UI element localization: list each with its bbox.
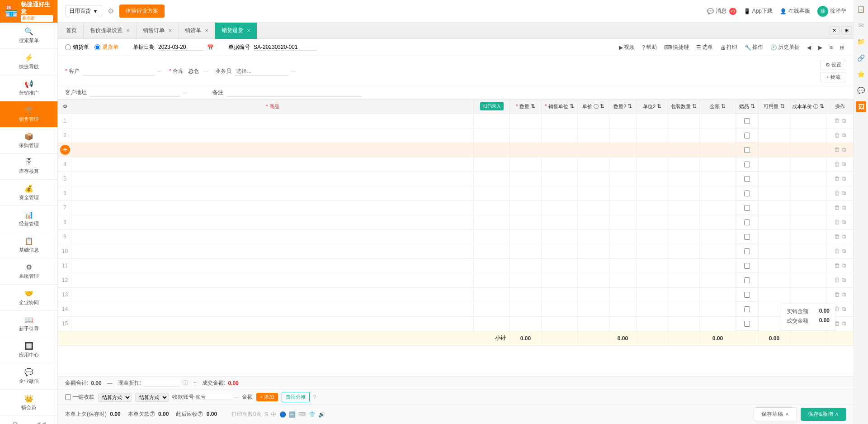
unit-cell[interactable] bbox=[542, 287, 578, 302]
price-cell[interactable] bbox=[578, 244, 609, 258]
experience-btn[interactable]: 体验行业方案 bbox=[119, 5, 165, 18]
video-btn[interactable]: ▶ 视频 bbox=[617, 43, 637, 52]
delete-icon[interactable]: 🗑 bbox=[834, 117, 840, 124]
gift-checkbox[interactable] bbox=[744, 277, 750, 283]
gift-cell[interactable] bbox=[736, 128, 758, 143]
pack-qty-cell[interactable] bbox=[668, 244, 700, 258]
th-setting[interactable]: ⚙ bbox=[58, 100, 72, 114]
print-btn[interactable]: 🖨 打印 bbox=[718, 43, 739, 52]
unit2-cell[interactable] bbox=[637, 273, 668, 287]
app-download-btn[interactable]: 📱 App下载 bbox=[744, 7, 773, 15]
cost-price-cell[interactable] bbox=[790, 273, 826, 287]
gift-cell[interactable] bbox=[736, 114, 758, 128]
industry-selector[interactable]: 日用百货 ▼ bbox=[65, 5, 102, 17]
gift-cell[interactable] bbox=[736, 215, 758, 229]
amount-cell[interactable] bbox=[700, 200, 736, 215]
tab-sales-slip[interactable]: 销货单 ✕ bbox=[179, 23, 215, 39]
qty-cell[interactable] bbox=[510, 143, 542, 157]
qty-cell[interactable] bbox=[510, 229, 542, 244]
copy-icon[interactable]: ⧉ bbox=[842, 117, 846, 124]
unit2-cell[interactable] bbox=[637, 302, 668, 316]
cost-price-cell[interactable] bbox=[790, 200, 826, 215]
unit2-cell[interactable] bbox=[637, 258, 668, 273]
amount-cell[interactable] bbox=[700, 186, 736, 200]
cost-price-cell[interactable] bbox=[790, 287, 826, 302]
panel-mail-icon[interactable]: ✉ bbox=[857, 20, 866, 31]
price-cell[interactable] bbox=[578, 302, 609, 316]
pack-qty-cell[interactable] bbox=[668, 215, 700, 229]
gift-checkbox[interactable] bbox=[744, 118, 750, 124]
settings-icon[interactable]: ⚙ bbox=[108, 7, 114, 15]
unit-cell[interactable] bbox=[542, 200, 578, 215]
unit2-cell[interactable] bbox=[637, 316, 668, 331]
available-cell[interactable] bbox=[759, 172, 790, 186]
gift-cell[interactable] bbox=[736, 200, 758, 215]
amount-cell[interactable] bbox=[700, 273, 736, 287]
unit2-cell[interactable] bbox=[637, 287, 668, 302]
user-menu[interactable]: 徐 徐泽华 bbox=[817, 6, 846, 17]
gift-checkbox[interactable] bbox=[744, 263, 750, 269]
cost-price-cell[interactable] bbox=[790, 244, 826, 258]
unit-cell[interactable] bbox=[542, 273, 578, 287]
goods-cell[interactable] bbox=[72, 273, 474, 287]
unit-cell[interactable] bbox=[542, 229, 578, 244]
available-cell[interactable] bbox=[759, 287, 790, 302]
gift-checkbox[interactable] bbox=[744, 205, 750, 211]
goods-cell[interactable] bbox=[72, 244, 474, 258]
logistics-btn[interactable]: + 物流 bbox=[821, 72, 846, 82]
panel-folder-icon[interactable]: 📁 bbox=[855, 36, 867, 47]
gift-cell[interactable] bbox=[736, 143, 758, 157]
goods-cell[interactable] bbox=[72, 157, 474, 172]
qty-cell[interactable] bbox=[510, 200, 542, 215]
price-cell[interactable] bbox=[578, 186, 609, 200]
qty2-cell[interactable] bbox=[609, 258, 637, 273]
qty2-cell[interactable] bbox=[609, 215, 637, 229]
warehouse-dots[interactable]: ··· bbox=[203, 68, 208, 74]
pack-qty-cell[interactable] bbox=[668, 287, 700, 302]
one-click-pay-check[interactable]: 一键收款 bbox=[65, 393, 94, 401]
gift-checkbox[interactable] bbox=[744, 147, 750, 153]
goods-cell[interactable] bbox=[72, 316, 474, 331]
calc-method-select[interactable]: 结算方式 bbox=[135, 393, 169, 402]
account-dots[interactable]: ··· bbox=[234, 394, 238, 400]
sidebar-item-purchase[interactable]: 📦 采购管理 bbox=[0, 128, 57, 154]
goods-cell[interactable] bbox=[72, 258, 474, 273]
pack-qty-cell[interactable] bbox=[668, 258, 700, 273]
price-cell[interactable] bbox=[578, 316, 609, 331]
amount-cell[interactable] bbox=[700, 128, 736, 143]
amount-cell[interactable] bbox=[700, 316, 736, 331]
online-service-btn[interactable]: 👤 在线客服 bbox=[780, 7, 810, 15]
gift-cell[interactable] bbox=[736, 157, 758, 172]
copy-icon[interactable]: ⧉ bbox=[842, 233, 846, 240]
gift-checkbox[interactable] bbox=[744, 292, 750, 298]
qty-cell[interactable] bbox=[510, 316, 542, 331]
gift-checkbox[interactable] bbox=[744, 162, 750, 167]
copy-icon[interactable]: ⧉ bbox=[842, 219, 846, 226]
delete-icon[interactable]: 🗑 bbox=[834, 248, 840, 255]
unit2-cell[interactable] bbox=[637, 172, 668, 186]
panel-image-icon[interactable]: 🖼 bbox=[856, 101, 866, 112]
radio-return[interactable]: 退货单 bbox=[94, 43, 118, 51]
pack-qty-cell[interactable] bbox=[668, 172, 700, 186]
qty2-cell[interactable] bbox=[609, 273, 637, 287]
tab-price-extract[interactable]: 售价提取设置 ✕ bbox=[84, 23, 137, 39]
split-fee-btn[interactable]: 费用分摊 bbox=[282, 392, 310, 402]
gift-cell[interactable] bbox=[736, 229, 758, 244]
delete-icon[interactable]: 🗑 bbox=[834, 132, 840, 139]
tab-sales-return[interactable]: 销货退货 ✕ bbox=[215, 23, 257, 39]
price-cell[interactable] bbox=[578, 114, 609, 129]
copy-icon[interactable]: ⧉ bbox=[842, 305, 846, 313]
customer-dots[interactable]: ··· bbox=[157, 68, 162, 74]
sidebar-item-system[interactable]: ⚙ 系统管理 bbox=[0, 258, 57, 285]
goods-cell[interactable] bbox=[72, 302, 474, 316]
tab-close-icon[interactable]: ✕ bbox=[247, 28, 250, 33]
copy-icon[interactable]: ⧉ bbox=[842, 320, 846, 327]
qty-cell[interactable] bbox=[510, 287, 542, 302]
panel-star-icon[interactable]: ⭐ bbox=[855, 69, 867, 80]
available-cell[interactable] bbox=[759, 215, 790, 229]
cost-price-cell[interactable] bbox=[790, 157, 826, 172]
gift-checkbox[interactable] bbox=[744, 248, 750, 254]
goods-cell[interactable] bbox=[72, 287, 474, 302]
available-cell[interactable] bbox=[759, 229, 790, 244]
qty-cell[interactable] bbox=[510, 273, 542, 287]
